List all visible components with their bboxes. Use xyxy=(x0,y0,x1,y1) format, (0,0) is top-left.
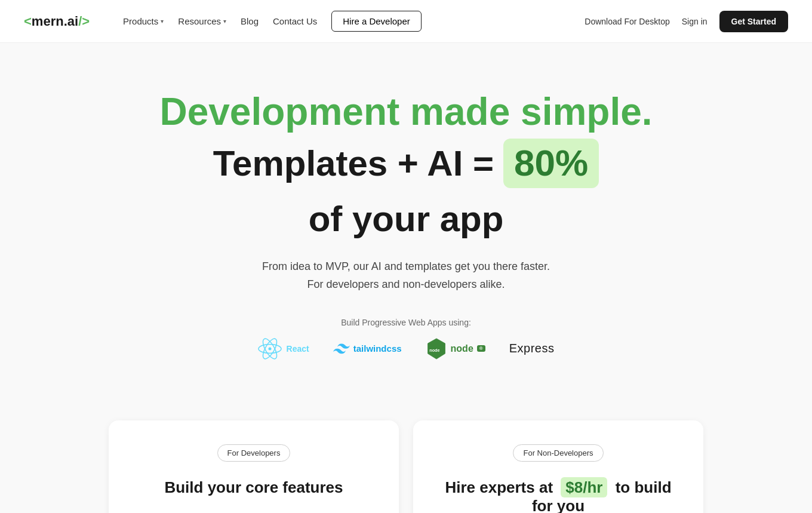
tech-label: Build Progressive Web Apps using: xyxy=(131,318,681,327)
hero-subtitle: From idea to MVP, our AI and templates g… xyxy=(131,257,681,294)
signin-link[interactable]: Sign in xyxy=(682,17,708,26)
chevron-down-icon: ▾ xyxy=(223,18,226,24)
hero-title-line2: Templates + AI = 80% of your app xyxy=(131,139,681,240)
nav-left: <mern.ai/> Products ▾ Resources ▾ Blog C… xyxy=(24,11,422,32)
nav-right: Download For Desktop Sign in Get Started xyxy=(585,11,788,32)
logo-bracket-open: < xyxy=(24,14,32,29)
svg-text:node: node xyxy=(429,347,439,352)
hero-title-line1: Development made simple. xyxy=(131,91,681,133)
developers-card-desc: Develop only the core features, let AI t… xyxy=(133,509,375,513)
developers-card-title: Build your core features xyxy=(133,478,375,497)
node-logo: node node ® xyxy=(426,338,485,360)
express-logo: Express xyxy=(509,342,555,355)
tech-stack-section: Build Progressive Web Apps using: React … xyxy=(131,318,681,361)
nav-products[interactable]: Products ▾ xyxy=(123,16,164,26)
react-logo: React xyxy=(258,337,309,361)
hero-title-suffix: of your app xyxy=(309,198,504,241)
svg-point-3 xyxy=(268,347,271,350)
developers-card: For Developers Build your core features … xyxy=(109,420,399,513)
nondevelopers-card-title: Hire experts at $8/hr to build for you xyxy=(437,478,679,513)
react-label: React xyxy=(287,344,309,354)
nondevelopers-title-prefix: Hire experts at xyxy=(445,478,553,496)
nav-resources-label: Resources xyxy=(178,16,221,26)
nav-blog-label: Blog xyxy=(241,16,259,26)
nondevelopers-badge: For Non-Developers xyxy=(513,444,603,462)
express-label: Express xyxy=(509,342,555,355)
nondevelopers-card: For Non-Developers Hire experts at $8/hr… xyxy=(413,420,703,513)
tech-logos: React tailwindcss node node ® Express xyxy=(131,337,681,361)
hero-title-highlight: 80% xyxy=(503,139,599,188)
nondevelopers-price: $8/hr xyxy=(561,477,607,497)
tailwind-logo: tailwindcss xyxy=(333,343,402,355)
nav-menu: Products ▾ Resources ▾ Blog Contact Us H… xyxy=(123,11,422,32)
react-icon xyxy=(258,337,282,361)
node-icon: node xyxy=(426,338,447,360)
tailwind-icon xyxy=(333,343,350,355)
hero-title-prefix: Templates + AI = xyxy=(213,142,494,185)
chevron-down-icon: ▾ xyxy=(161,18,164,24)
nav-products-label: Products xyxy=(123,16,158,26)
logo-name: mern.ai xyxy=(32,14,78,29)
get-started-button[interactable]: Get Started xyxy=(719,11,788,32)
nav-contact-label: Contact Us xyxy=(273,16,317,26)
nav-blog[interactable]: Blog xyxy=(241,16,259,26)
logo-bracket-close: /> xyxy=(78,14,90,29)
nav-resources[interactable]: Resources ▾ xyxy=(178,16,226,26)
download-desktop-link[interactable]: Download For Desktop xyxy=(585,17,669,26)
node-registry-badge: ® xyxy=(477,345,485,352)
logo[interactable]: <mern.ai/> xyxy=(24,14,90,29)
hire-developer-button[interactable]: Hire a Developer xyxy=(331,11,422,32)
node-label: node xyxy=(451,343,473,354)
hero-sub1: From idea to MVP, our AI and templates g… xyxy=(131,257,681,276)
hero-sub2: For developers and non-developers alike. xyxy=(131,275,681,294)
tailwind-label: tailwindcss xyxy=(353,343,402,354)
nav-contact[interactable]: Contact Us xyxy=(273,16,317,26)
cards-section: For Developers Build your core features … xyxy=(78,420,734,513)
navbar: <mern.ai/> Products ▾ Resources ▾ Blog C… xyxy=(0,0,812,43)
developers-badge: For Developers xyxy=(217,444,291,462)
hero-section: Development made simple. Templates + AI … xyxy=(107,43,705,397)
